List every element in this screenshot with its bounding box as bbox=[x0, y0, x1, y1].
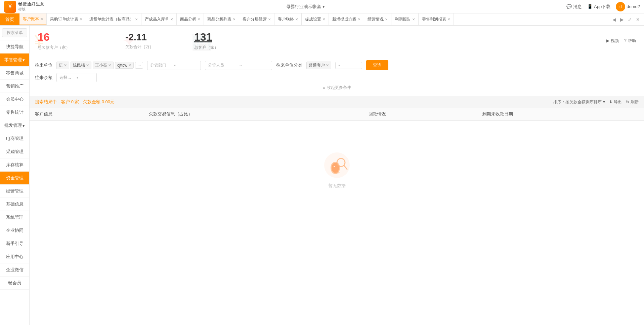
sidebar-item-retail-mall[interactable]: 零售商城 bbox=[0, 67, 29, 80]
sidebar-item-marketing[interactable]: 营销推广 bbox=[0, 80, 29, 93]
tab-finished-goods[interactable]: 产成品入库单 ✕ bbox=[141, 13, 177, 25]
sidebar-item-enterprise-collab[interactable]: 企业协同 bbox=[0, 224, 29, 237]
sidebar-item-operations[interactable]: 经营管理 bbox=[0, 185, 29, 198]
debt-bg-icon: ✦ bbox=[122, 31, 137, 51]
tab-maximize[interactable]: ⤢ bbox=[627, 16, 633, 23]
sidebar-item-quick-nav[interactable]: 快捷导航 bbox=[0, 40, 29, 53]
tab-close-commission[interactable]: ✕ bbox=[323, 17, 325, 21]
sidebar-item-wholesale[interactable]: 批发管理 ▾ bbox=[0, 119, 29, 132]
sidebar-item-retail[interactable]: 零售管理 ▾ bbox=[0, 53, 29, 67]
tab-scroll-left[interactable]: ◀ bbox=[611, 16, 617, 23]
tab-close-purchase-order[interactable]: ✕ bbox=[80, 17, 82, 21]
partner-tags: 伍 ✕ 陈民强 ✕ 王小亮 ✕ cjttcw ✕ ··· bbox=[56, 62, 143, 69]
tab-close-contact[interactable]: ✕ bbox=[295, 17, 298, 21]
tab-scroll-right[interactable]: ▶ bbox=[619, 16, 625, 23]
category-label: 往来单位分类 bbox=[276, 62, 302, 68]
table-container: 客户信息 欠款交易信息（占比） 回款情况 到期未收款日期 bbox=[30, 108, 644, 325]
sidebar-item-basic-info[interactable]: 基础信息 bbox=[0, 198, 29, 211]
tab-product-analysis-list[interactable]: 商品分析列表 ✕ bbox=[204, 13, 239, 25]
sidebar-search-button[interactable]: 搜索菜单 bbox=[2, 28, 27, 37]
video-icon: ▶ bbox=[606, 38, 609, 43]
tab-business[interactable]: 经营情况 ✕ bbox=[364, 13, 391, 25]
tab-close-inbound[interactable]: ✕ bbox=[135, 17, 138, 21]
tab-product-analysis[interactable]: 商品分析 ✕ bbox=[177, 13, 204, 25]
tab-commission-settings[interactable]: 提成设置 ✕ bbox=[302, 13, 329, 25]
category-select[interactable]: ▾ bbox=[335, 62, 362, 69]
tab-close-retail-profit[interactable]: ✕ bbox=[447, 17, 450, 21]
query-button[interactable]: 查询 bbox=[366, 60, 388, 70]
chevron-icon: ▾ bbox=[23, 58, 25, 63]
tab-bar: 首页 客户账本 ✕ 采购订单统计表 ✕ 进货单统计表（按商品） ✕ 产成品入库单… bbox=[0, 13, 644, 26]
tab-account-book[interactable]: 客户账本 ✕ bbox=[19, 13, 47, 25]
debtors-bg-icon: ¥ bbox=[34, 31, 44, 51]
partner-label: 往来单位 bbox=[35, 62, 52, 68]
dept-select-arrow: ▾ bbox=[174, 64, 198, 67]
sort-selector[interactable]: 排序：按欠款金额倒序排序 ▾ bbox=[553, 99, 605, 105]
svg-point-6 bbox=[334, 172, 340, 174]
filter-tag-cjttcw: cjttcw ✕ bbox=[115, 62, 134, 69]
sidebar-item-system[interactable]: 系统管理 bbox=[0, 211, 29, 224]
help-button[interactable]: ? 帮助 bbox=[624, 38, 636, 44]
tab-close-finished[interactable]: ✕ bbox=[170, 17, 173, 21]
tab-close-business[interactable]: ✕ bbox=[385, 17, 388, 21]
tab-retail-profit[interactable]: 零售利润报表 ✕ bbox=[419, 13, 454, 25]
tab-new-commission[interactable]: 新增提成方案 ✕ bbox=[329, 13, 364, 25]
user-avatar[interactable]: d demo2 bbox=[616, 2, 640, 11]
sidebar-item-member[interactable]: 会员中心 bbox=[0, 93, 29, 106]
col-debt-info: 欠款交易信息（占比） bbox=[143, 108, 363, 121]
sidebar-item-retail-stats[interactable]: 零售统计 bbox=[0, 106, 29, 119]
tab-inbound-stats[interactable]: 进货单统计表（按商品） ✕ bbox=[86, 13, 141, 25]
tab-home[interactable]: 首页 bbox=[0, 13, 19, 25]
tab-close-layer[interactable]: ✕ bbox=[268, 17, 271, 21]
empty-row: 暂无数据 bbox=[30, 121, 644, 220]
result-actions: 排序：按欠款金额倒序排序 ▾ ⬇ 导出 ↻ 刷新 bbox=[553, 99, 639, 105]
person-select[interactable]: 分管人员 ··· bbox=[205, 61, 272, 70]
sidebar-search-area: 搜索菜单 bbox=[0, 26, 29, 40]
tag-close-wu[interactable]: ✕ bbox=[64, 63, 67, 68]
tab-close-profit[interactable]: ✕ bbox=[412, 17, 415, 21]
tab-close-new-commission[interactable]: ✕ bbox=[358, 17, 360, 21]
tag-close-cjttcw[interactable]: ✕ bbox=[128, 63, 131, 68]
tag-close-chen[interactable]: ✕ bbox=[86, 63, 89, 68]
filter-row-1: 往来单位 伍 ✕ 陈民强 ✕ 王小亮 ✕ cjttcw bbox=[35, 60, 639, 70]
tab-customer-layer[interactable]: 客户分层经营 ✕ bbox=[239, 13, 274, 25]
tab-close-all[interactable]: ✕ bbox=[635, 16, 641, 23]
tab-close-product-list[interactable]: ✕ bbox=[233, 17, 235, 21]
collapse-button[interactable]: ∧ 收起更多条件 bbox=[35, 85, 639, 91]
person-more-icon[interactable]: ··· bbox=[237, 63, 269, 68]
tab-profit-report[interactable]: 利润报告 ✕ bbox=[391, 13, 419, 25]
filter-row-2: 往来余额 选择... ▾ bbox=[35, 73, 639, 82]
video-button[interactable]: ▶ 视频 bbox=[606, 38, 619, 44]
refresh-icon: ↻ bbox=[626, 100, 629, 104]
sidebar-item-enterprise-wechat[interactable]: 企业微信 bbox=[0, 263, 29, 277]
top-right-actions: 💬 消息 📱 App下载 d demo2 bbox=[566, 2, 640, 11]
export-button[interactable]: ⬇ 导出 bbox=[609, 99, 622, 105]
sidebar-item-member-app[interactable]: 畅会员 bbox=[0, 277, 29, 290]
tab-purchase-order-stats[interactable]: 采购订单统计表 ✕ bbox=[47, 13, 86, 25]
dept-select[interactable]: 分管部门 ▾ bbox=[147, 61, 201, 70]
data-table: 客户信息 欠款交易信息（占比） 回款情况 到期未收款日期 bbox=[30, 108, 644, 220]
refresh-button[interactable]: ↻ 刷新 bbox=[626, 99, 639, 105]
sidebar-item-finance[interactable]: 资金管理 bbox=[0, 172, 29, 185]
sidebar: 搜索菜单 快捷导航 零售管理 ▾ 零售商城 营销推广 会员中心 零售统计 批发管… bbox=[0, 26, 30, 325]
message-button[interactable]: 💬 消息 bbox=[566, 4, 582, 10]
sidebar-item-beginner[interactable]: 新手引导 bbox=[0, 237, 29, 250]
tab-navigation-actions: ◀ ▶ ⤢ ✕ bbox=[608, 16, 644, 23]
content-area: ¥ 16 总欠款客户（家） ✦ -2.11 欠款合计（万） 🏢 131 总客户（… bbox=[30, 26, 644, 325]
sidebar-item-ecommerce[interactable]: 电商管理 bbox=[0, 132, 29, 145]
category-arrow: ▾ bbox=[338, 64, 359, 67]
customers-bg-icon: 🏢 bbox=[191, 31, 213, 51]
sidebar-item-app-center[interactable]: 应用中心 bbox=[0, 250, 29, 263]
category-tags: 普通客户 ✕ bbox=[306, 62, 331, 69]
tag-close-normal[interactable]: ✕ bbox=[326, 63, 329, 68]
tab-customer-contact[interactable]: 客户联络 ✕ bbox=[274, 13, 302, 25]
tab-close-product[interactable]: ✕ bbox=[198, 17, 200, 21]
tag-close-wang[interactable]: ✕ bbox=[108, 63, 111, 68]
tab-close-account-book[interactable]: ✕ bbox=[40, 17, 43, 21]
balance-select[interactable]: 选择... ▾ bbox=[56, 73, 97, 82]
app-download-button[interactable]: 📱 App下载 bbox=[587, 4, 610, 10]
sidebar-item-inventory[interactable]: 库存核算 bbox=[0, 158, 29, 172]
filter-more-tags[interactable]: ··· bbox=[135, 62, 143, 69]
sidebar-item-purchase[interactable]: 采购管理 bbox=[0, 145, 29, 158]
company-selector[interactable]: 母婴行业演示帐套 ▾ bbox=[286, 4, 325, 10]
